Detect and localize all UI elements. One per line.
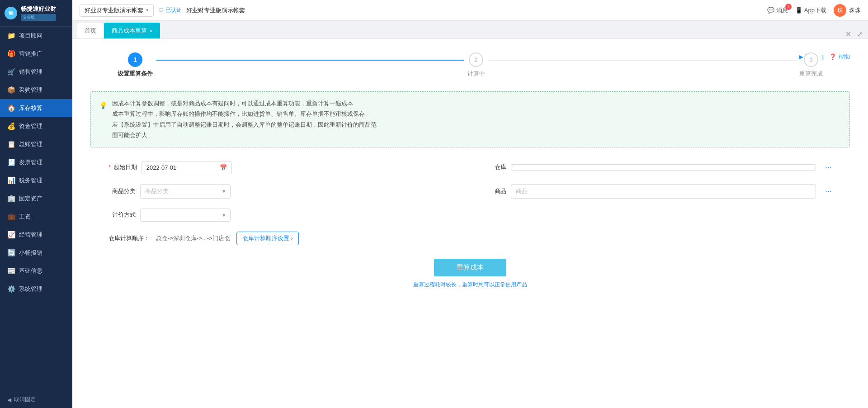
user-profile[interactable]: 珠 珠珠	[834, 4, 861, 17]
step-2-circle: 2	[469, 52, 483, 67]
warehouse-label: 仓库	[479, 163, 506, 171]
sidebar-item-sales[interactable]: 🛒销售管理	[0, 63, 72, 81]
warehouse-input[interactable]	[511, 164, 816, 171]
message-btn[interactable]: 💬 消息 1	[767, 6, 788, 14]
step-3-circle: 3	[804, 52, 818, 67]
close-window-icon[interactable]: ✕	[845, 30, 851, 38]
sidebar-item-label: 工资	[19, 213, 31, 221]
avatar: 珠	[834, 4, 846, 17]
invoice-icon: 🧾	[7, 158, 15, 166]
start-date-input[interactable]: 2022-07-01 📅	[142, 161, 232, 174]
step-line-1	[156, 60, 464, 61]
payroll-icon: 💼	[7, 213, 15, 221]
tab-cost-recalc[interactable]: 商品成本重算 ×	[104, 23, 160, 38]
pricing-label: 计价方式	[108, 211, 136, 219]
phone-icon: 📱	[795, 7, 802, 14]
goods-input[interactable]: 商品	[511, 184, 816, 199]
purchase-icon: 📦	[7, 86, 15, 94]
pricing-field: 计价方式 ▾	[108, 209, 461, 222]
info-line-2: 成本重算过程中，影响库存账的操作均不能操作，比如进货单、销售单、库存单据不能审核…	[112, 109, 377, 119]
sidebar-item-label: 税务管理	[19, 176, 42, 185]
sidebar-item-label: 系统管理	[19, 285, 42, 293]
sidebar-item-label: 营销推广	[19, 50, 42, 58]
sidebar-footer[interactable]: ◀ 取消固定	[0, 391, 72, 408]
username: 珠珠	[849, 6, 861, 14]
app-download-btn[interactable]: 📱 App下载	[795, 6, 826, 14]
warehouse-field: 仓库 ···	[479, 163, 832, 172]
account-selector[interactable]: 好业财专业版演示帐套 ▾	[80, 4, 154, 17]
company-name: 好业财专业版演示帐套	[186, 6, 245, 14]
sidebar-item-operations[interactable]: 📈经营管理	[0, 226, 72, 244]
pricing-chevron-icon: ▾	[222, 212, 226, 218]
goods-placeholder: 商品	[516, 187, 528, 195]
sidebar-nav: 📁项目顾问🎁营销推广🛒销售管理📦采购管理🏠库存核算💰资金管理📋总账管理🧾发票管理…	[0, 27, 72, 298]
step-3-label: 重算完成	[799, 70, 823, 78]
home-tab-label: 首页	[85, 27, 96, 35]
message-icon: 💬	[767, 7, 774, 14]
form-row-3: 计价方式 ▾	[108, 209, 832, 222]
start-date-field: * 起始日期 2022-07-01 📅	[108, 161, 461, 174]
sidebar-item-invoice[interactable]: 🧾发票管理	[0, 153, 72, 171]
sidebar-item-payroll[interactable]: 💼工资	[0, 208, 72, 226]
sidebar-item-assets[interactable]: 🏢固定资产	[0, 190, 72, 208]
sidebar-item-expense[interactable]: 🔄小畅报销	[0, 244, 72, 262]
sidebar-item-purchase[interactable]: 📦采购管理	[0, 81, 72, 99]
steps-wizard: 1 设置重算条件 2 计算中 3 重算完成 ▶ 视频	[90, 52, 850, 78]
step-2: 2 计算中	[467, 52, 485, 78]
tab-home[interactable]: 首页	[77, 23, 104, 38]
basic-icon: 📰	[7, 267, 15, 275]
pricing-select[interactable]: ▾	[140, 209, 231, 222]
category-chevron-icon: ▾	[222, 188, 226, 195]
topbar: 好业财专业版演示帐套 ▾ 🛡 已认证 好业财专业版演示帐套 💬 消息 1 📱 A…	[72, 0, 868, 21]
warehouse-more-icon[interactable]: ···	[825, 163, 832, 172]
main-area: 好业财专业版演示帐套 ▾ 🛡 已认证 好业财专业版演示帐套 💬 消息 1 📱 A…	[72, 0, 868, 408]
calendar-icon[interactable]: 📅	[220, 164, 227, 171]
category-select[interactable]: 商品分类 ▾	[140, 184, 231, 199]
inventory-icon: 🏠	[7, 104, 15, 112]
sidebar-item-label: 发票管理	[19, 158, 42, 166]
warehouse-order-value: 总仓->深圳仓库->...->门店仓	[156, 234, 230, 242]
expand-icon[interactable]: ⤢	[857, 30, 863, 38]
category-label: 商品分类	[108, 187, 136, 195]
help-icon: ❓	[829, 53, 836, 60]
marketing-icon: 🎁	[7, 50, 15, 58]
sidebar-item-label: 项目顾问	[19, 32, 42, 40]
account-name: 好业财专业版演示帐套	[85, 6, 143, 14]
sidebar-item-marketing[interactable]: 🎁营销推广	[0, 45, 72, 63]
warehouse-order-row: 仓库计算顺序： 总仓->深圳仓库->...->门店仓 仓库计算顺序设置 ›	[108, 232, 832, 245]
submit-recalc-btn[interactable]: 重算成本	[434, 259, 506, 276]
submit-btn-label: 重算成本	[457, 263, 484, 271]
tab-close-icon[interactable]: ×	[150, 28, 152, 33]
goods-field: 商品 商品 ···	[479, 184, 832, 199]
verified-text: 已认证	[165, 6, 182, 14]
system-icon: ⚙️	[7, 285, 15, 293]
sidebar-item-finance[interactable]: 💰资金管理	[0, 117, 72, 135]
sidebar-item-system[interactable]: ⚙️系统管理	[0, 280, 72, 298]
start-date-label: * 起始日期	[108, 163, 137, 171]
category-placeholder: 商品分类	[145, 187, 169, 195]
form-row-1: * 起始日期 2022-07-01 📅 仓库 ···	[108, 161, 832, 174]
sales-icon: 🛒	[7, 68, 15, 76]
app-label: App下载	[804, 6, 826, 14]
warehouse-order-settings-btn[interactable]: 仓库计算顺序设置 ›	[236, 232, 299, 245]
finance-icon: 💰	[7, 122, 15, 130]
sidebar-item-ledger[interactable]: 📋总账管理	[0, 135, 72, 153]
bulb-icon: 💡	[99, 99, 108, 141]
info-notice: 💡 因成本计算参数调整，或是对商品成本有疑问时，可以通过成本重算功能，重新计算一…	[90, 91, 850, 147]
sidebar-item-label: 采购管理	[19, 86, 42, 94]
sidebar-edition: 专业版	[21, 14, 56, 21]
sidebar-item-inventory[interactable]: 🏠库存核算	[0, 99, 72, 117]
sidebar: 畅 畅捷通好业财 专业版 📁项目顾问🎁营销推广🛒销售管理📦采购管理🏠库存核算💰资…	[0, 0, 72, 408]
goods-more-icon[interactable]: ···	[825, 186, 832, 196]
sidebar-item-project[interactable]: 📁项目顾问	[0, 27, 72, 45]
sidebar-item-basic[interactable]: 📰基础信息	[0, 262, 72, 280]
assets-icon: 🏢	[7, 195, 15, 203]
sidebar-item-label: 基础信息	[19, 267, 42, 275]
sidebar-item-tax[interactable]: 📊税务管理	[0, 171, 72, 190]
verified-badge: 🛡 已认证	[158, 6, 182, 14]
help-label: 帮助	[838, 52, 850, 61]
help-btn[interactable]: ❓ 帮助	[829, 52, 850, 61]
expense-icon: 🔄	[7, 249, 15, 257]
tabs-right-controls: ✕ ⤢	[840, 30, 868, 38]
sidebar-item-label: 资金管理	[19, 122, 42, 130]
